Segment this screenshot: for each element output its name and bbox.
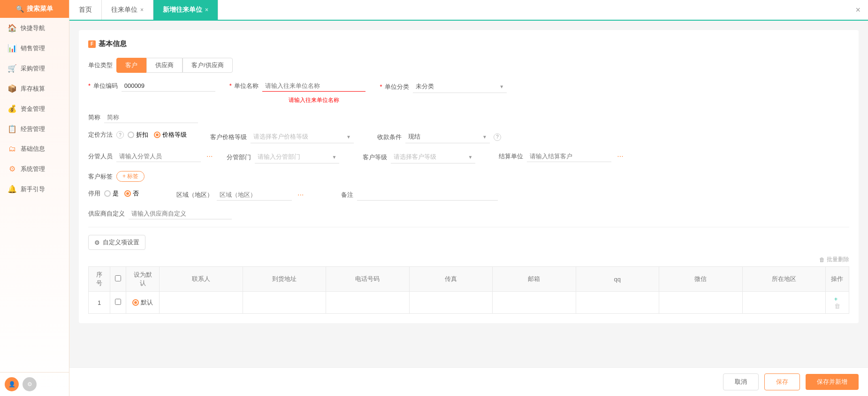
section-title-icon: F — [88, 40, 96, 48]
settlement-unit-input[interactable] — [527, 151, 611, 162]
form-card: F 基本信息 单位类型 客户 供应商 客户/供应商 * — [79, 30, 859, 323]
address-input-1[interactable] — [248, 299, 321, 306]
tab-partners[interactable]: 往来单位 × — [102, 0, 153, 20]
unit-name-group: * 单位名称 请输入往来单位名称 — [229, 80, 366, 104]
content-area: F 基本信息 单位类型 客户 供应商 客户/供应商 * — [69, 21, 868, 367]
abbr-input[interactable] — [104, 112, 198, 123]
unit-category-select[interactable]: 未分类 ▼ — [413, 80, 507, 93]
disabled-yes-radio[interactable]: 是 — [104, 189, 119, 198]
default-label: 默认 — [141, 298, 153, 307]
tab-new-partner-close[interactable]: × — [205, 7, 208, 13]
tab-home[interactable]: 首页 — [69, 0, 102, 20]
row-qq — [576, 292, 659, 314]
row-checkbox-1[interactable] — [115, 299, 121, 305]
chevron-down-icon3: ▼ — [482, 134, 487, 140]
pricing-level-radio[interactable]: 价格等级 — [154, 131, 187, 139]
settlement-more-btn[interactable]: ··· — [617, 152, 623, 161]
region-input-1[interactable] — [747, 299, 821, 306]
pricing-discount-radio[interactable]: 折扣 — [128, 131, 148, 139]
sidebar-item-system[interactable]: ⚙ 系统管理 — [0, 159, 69, 179]
payment-terms-label: 收款条件 — [377, 133, 402, 141]
save-new-button[interactable]: 保存并新增 — [806, 374, 859, 390]
sidebar-user-icon[interactable]: 👤 — [5, 377, 19, 391]
payment-terms-select[interactable]: 现结 ▼ — [405, 131, 490, 143]
phone-input-1[interactable] — [331, 299, 404, 306]
row-contact — [160, 292, 243, 314]
footer: 取消 保存 保存并新增 — [69, 367, 868, 396]
cancel-button[interactable]: 取消 — [723, 373, 759, 390]
batch-delete-btn[interactable]: 🗑 批量删除 — [819, 256, 849, 264]
supplier-custom-label: 供应商自定义 — [88, 210, 125, 218]
tab-new-partner-label: 新增往来单位 — [163, 6, 202, 14]
unit-type-both-btn[interactable]: 客户/供应商 — [183, 58, 233, 73]
sidebar-item-sales[interactable]: 📊 销售管理 — [0, 38, 69, 58]
row-phone — [326, 292, 409, 314]
yes-radio-circle — [104, 190, 111, 197]
delete-row-btn[interactable]: 🗑 — [834, 303, 840, 310]
unit-name-input[interactable] — [262, 80, 365, 92]
customer-price-level-select[interactable]: 请选择客户价格等级 ▼ — [251, 131, 354, 143]
region-input[interactable] — [217, 189, 292, 201]
sidebar-item-quick-nav[interactable]: 🏠 快捷导航 — [0, 18, 69, 38]
manager-more-btn[interactable]: ··· — [206, 152, 213, 161]
abbr-row: 简称 — [88, 112, 849, 123]
email-input-1[interactable] — [497, 299, 571, 306]
sidebar: 🔍 搜索菜单 🏠 快捷导航 📊 销售管理 🛒 采购管理 📦 库存核算 💰 资金管… — [0, 0, 69, 396]
remark-label: 备注 — [341, 191, 353, 199]
abbr-group: 简称 — [88, 112, 198, 123]
no-label: 否 — [133, 189, 139, 198]
department-select[interactable]: 请输入分管部门 ▼ — [255, 151, 339, 163]
row-default-radio[interactable]: 默认 — [131, 298, 154, 307]
row-default: 默认 — [126, 292, 160, 314]
fax-input-1[interactable] — [414, 299, 487, 306]
no-radio-circle — [124, 190, 131, 197]
sidebar-item-label: 系统管理 — [21, 165, 45, 173]
disabled-group: 停用 是 否 — [88, 189, 139, 198]
chevron-down-icon5: ▼ — [468, 155, 472, 160]
remark-group: 备注 — [341, 189, 498, 201]
unit-type-group-wrapper: 单位类型 客户 供应商 客户/供应商 — [88, 58, 233, 73]
contact-input-1[interactable] — [164, 299, 237, 306]
finance-icon: 💰 — [8, 104, 17, 113]
sidebar-item-purchase[interactable]: 🛒 采购管理 — [0, 58, 69, 78]
tab-bar: 首页 往来单位 × 新增往来单位 × × — [69, 0, 868, 21]
sidebar-item-operations[interactable]: 📋 经营管理 — [0, 119, 69, 139]
region-more-btn[interactable]: ··· — [297, 191, 304, 199]
sidebar-item-inventory[interactable]: 📦 库存核算 — [0, 78, 69, 99]
sidebar-item-guide[interactable]: 🔔 新手引导 — [0, 179, 69, 199]
save-button[interactable]: 保存 — [764, 373, 800, 390]
disabled-no-radio[interactable]: 否 — [124, 189, 139, 198]
row-region — [742, 292, 825, 314]
unit-type-customer-btn[interactable]: 客户 — [116, 58, 146, 73]
chevron-down-icon: ▼ — [499, 84, 504, 89]
add-tag-btn[interactable]: + 标签 — [116, 171, 145, 182]
sidebar-item-finance[interactable]: 💰 资金管理 — [0, 99, 69, 119]
unit-code-input[interactable] — [122, 80, 215, 92]
custom-settings-btn[interactable]: ⚙ 自定义项设置 — [88, 235, 145, 250]
qq-input-1[interactable] — [581, 299, 655, 306]
manager-input[interactable] — [116, 151, 201, 162]
pricing-method-label: 定价方法 — [88, 131, 113, 139]
select-all-checkbox[interactable] — [115, 275, 121, 281]
department-group: 分管部门 请输入分管部门 ▼ — [227, 151, 339, 163]
pricing-help-icon[interactable]: ? — [116, 131, 124, 139]
remark-input[interactable] — [357, 189, 498, 201]
tab-partners-close[interactable]: × — [140, 7, 144, 13]
sidebar-bottom: 👤 ⚙ — [0, 372, 69, 396]
wechat-input-1[interactable] — [664, 299, 737, 306]
row-checkbox — [110, 292, 126, 314]
payment-help-icon[interactable]: ? — [494, 133, 501, 141]
customer-level-placeholder: 请选择客户等级 — [394, 153, 466, 161]
supplier-custom-input[interactable] — [129, 208, 232, 219]
sidebar-search[interactable]: 🔍 搜索菜单 — [0, 0, 69, 18]
sidebar-settings-icon[interactable]: ⚙ — [23, 377, 37, 391]
customer-level-select[interactable]: 请选择客户等级 ▼ — [391, 151, 475, 163]
guide-icon: 🔔 — [8, 185, 17, 194]
add-row-btn[interactable]: + — [834, 295, 838, 303]
sidebar-item-basic-info[interactable]: 🗂 基础信息 — [0, 139, 69, 159]
tab-bar-close-btn[interactable]: × — [848, 0, 868, 20]
tab-new-partner[interactable]: 新增往来单位 × — [153, 0, 218, 20]
col-email: 邮箱 — [493, 267, 576, 292]
settlement-unit-group: 结算单位 ··· — [499, 151, 623, 162]
unit-type-supplier-btn[interactable]: 供应商 — [146, 58, 183, 73]
